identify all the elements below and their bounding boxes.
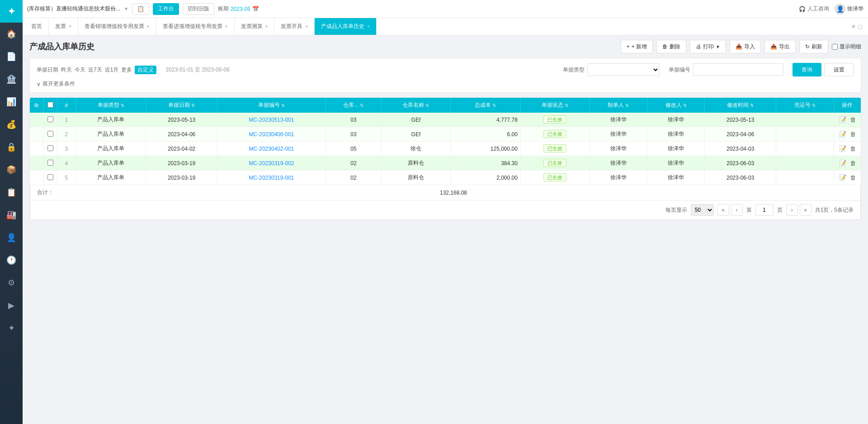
workbench-btn[interactable]: 工作台 (153, 3, 179, 15)
col-modifier[interactable]: 修改人 ⇅ (647, 98, 704, 113)
col-warehouse-code-sort[interactable]: ⇅ (360, 103, 363, 108)
row-number-link[interactable]: MC-20230402-001 (249, 146, 294, 152)
app-logo[interactable]: ✦ (0, 0, 23, 23)
row-checkbox[interactable] (47, 116, 53, 122)
row-edit-icon[interactable]: 📝 (839, 160, 846, 167)
sidebar-item-settings[interactable]: ⚙ (0, 272, 23, 294)
sidebar-item-chart[interactable]: 📊 (0, 91, 23, 113)
row-checkbox-cell[interactable] (43, 156, 57, 171)
sidebar-item-person[interactable]: 👤 (0, 226, 23, 249)
sidebar-item-clock[interactable]: 🕐 (0, 249, 23, 272)
sidebar-item-account[interactable]: 🏦 (0, 68, 23, 91)
sidebar-item-asset[interactable]: 📦 (0, 158, 23, 181)
copy-btn[interactable]: 📋 (132, 3, 149, 15)
switch-version-btn[interactable]: 切到旧版 (183, 3, 214, 15)
page-number-input[interactable] (755, 204, 774, 216)
col-number[interactable]: 单据编号 ⇅ (217, 98, 326, 113)
expand-more-btn[interactable]: ∨ 展开更多条件 (37, 80, 854, 88)
calendar-icon[interactable]: 📅 (252, 6, 259, 12)
close-all-tabs-icon[interactable]: × (851, 23, 855, 31)
sidebar-item-play[interactable]: ▶ (0, 294, 23, 317)
tab-output-vat[interactable]: 查看销项增值税专用发票 × (78, 18, 156, 35)
row-checkbox[interactable] (47, 174, 53, 180)
user-profile[interactable]: 👤 徐泽华 (835, 4, 863, 14)
row-delete-icon[interactable]: 🗑 (850, 116, 856, 123)
tab-invoices[interactable]: 发票 × (49, 18, 78, 35)
row-checkbox-cell[interactable] (43, 113, 57, 127)
row-number[interactable]: MC-20230319-001 (217, 171, 326, 185)
delete-btn[interactable]: 🗑 删除 (656, 40, 686, 53)
tab-invoices-close[interactable]: × (69, 24, 71, 29)
show-detail-checkbox[interactable] (832, 44, 838, 50)
refresh-btn[interactable]: ↻ 刷新 (799, 40, 828, 53)
col-status[interactable]: 单据状态 ⇅ (520, 98, 590, 113)
row-number-link[interactable]: MC-20230406-001 (249, 131, 294, 138)
row-number-link[interactable]: MC-20230513-001 (249, 117, 294, 123)
col-type-sort[interactable]: ⇅ (121, 103, 124, 108)
sidebar-item-tax[interactable]: 💰 (0, 113, 23, 136)
user-service[interactable]: 🎧 人工咨询 (799, 5, 829, 13)
set-btn[interactable]: 设置 (824, 63, 854, 76)
sidebar-item-lock[interactable]: 🔒 (0, 136, 23, 158)
row-edit-icon[interactable]: 📝 (839, 145, 846, 152)
col-settings[interactable]: ⚙ (30, 98, 43, 113)
col-voucher-sort[interactable]: ⇅ (812, 103, 816, 108)
row-edit-icon[interactable]: 📝 (839, 174, 846, 181)
date-more-btn[interactable]: 更多 (121, 66, 132, 74)
sidebar-item-inventory[interactable]: 🏭 (0, 204, 23, 226)
row-checkbox-cell[interactable] (43, 142, 57, 156)
row-delete-icon[interactable]: 🗑 (850, 145, 856, 152)
prev-page-btn[interactable]: ‹ (731, 204, 743, 216)
page-size-select[interactable]: 10 20 50 100 (691, 204, 714, 216)
tab-output-vat-close[interactable]: × (147, 24, 150, 29)
new-btn[interactable]: + + 新增 (621, 40, 653, 53)
search-btn[interactable]: 查询 (793, 63, 821, 76)
date-yesterday-btn[interactable]: 昨天 (61, 66, 72, 74)
sidebar-item-voucher[interactable]: 📄 (0, 45, 23, 68)
first-page-btn[interactable]: « (717, 204, 729, 216)
row-delete-icon[interactable]: 🗑 (850, 131, 856, 138)
col-status-sort[interactable]: ⇅ (565, 103, 568, 108)
last-page-btn[interactable]: » (800, 204, 811, 216)
tab-invoice-calc-close[interactable]: × (265, 24, 268, 29)
col-date-sort[interactable]: ⇅ (191, 103, 195, 108)
date-today-btn[interactable]: 今天 (75, 66, 85, 74)
export-btn[interactable]: 📤 导出 (764, 40, 796, 53)
row-number[interactable]: MC-20230513-001 (217, 113, 326, 127)
tab-input-vat-close[interactable]: × (225, 24, 228, 29)
row-number[interactable]: MC-20230402-001 (217, 142, 326, 156)
col-voucher[interactable]: 凭证号 ⇅ (776, 98, 834, 113)
sidebar-item-star[interactable]: ✦ (0, 317, 23, 339)
col-modifier-sort[interactable]: ⇅ (683, 103, 687, 108)
tab-product-receipt-close[interactable]: × (367, 24, 370, 29)
maximize-tab-icon[interactable]: □ (859, 23, 862, 30)
row-checkbox[interactable] (47, 160, 53, 166)
date-7days-btn[interactable]: 近7天 (88, 66, 102, 74)
company-dropdown-icon[interactable]: ▼ (124, 6, 128, 11)
col-creator-sort[interactable]: ⇅ (625, 103, 629, 108)
col-type[interactable]: 单据类型 ⇅ (76, 98, 146, 113)
settings-icon[interactable]: ⚙ (34, 102, 39, 109)
col-checkbox[interactable] (43, 98, 57, 113)
row-number[interactable]: MC-20230319-002 (217, 156, 326, 171)
row-delete-icon[interactable]: 🗑 (850, 174, 856, 181)
col-modify-time[interactable]: 修改时间 ⇅ (705, 98, 776, 113)
row-edit-icon[interactable]: 📝 (839, 131, 846, 138)
col-warehouse-code[interactable]: 仓库... ⇅ (326, 98, 381, 113)
row-checkbox-cell[interactable] (43, 171, 57, 185)
row-delete-icon[interactable]: 🗑 (850, 160, 856, 167)
next-page-btn[interactable]: › (786, 204, 798, 216)
col-date[interactable]: 单据日期 ⇅ (146, 98, 217, 113)
number-filter-input[interactable] (693, 63, 783, 76)
col-warehouse-name[interactable]: 仓库名称 ⇅ (382, 98, 451, 113)
date-1month-btn[interactable]: 近1月 (105, 66, 119, 74)
tab-invoice-issue[interactable]: 发票开具 × (274, 18, 315, 35)
row-number[interactable]: MC-20230406-001 (217, 127, 326, 142)
import-btn[interactable]: 📥 导入 (730, 40, 761, 53)
show-detail-toggle[interactable]: 显示明细 (832, 43, 861, 51)
row-checkbox[interactable] (47, 145, 53, 151)
tab-product-receipt[interactable]: 产成品入库单历史 × (315, 18, 377, 35)
type-filter-select[interactable] (587, 63, 660, 76)
company-name[interactable]: (库存核算）直播轻纯通信息技术股份... (27, 5, 120, 13)
tab-invoice-calc[interactable]: 发票测算 × (235, 18, 275, 35)
